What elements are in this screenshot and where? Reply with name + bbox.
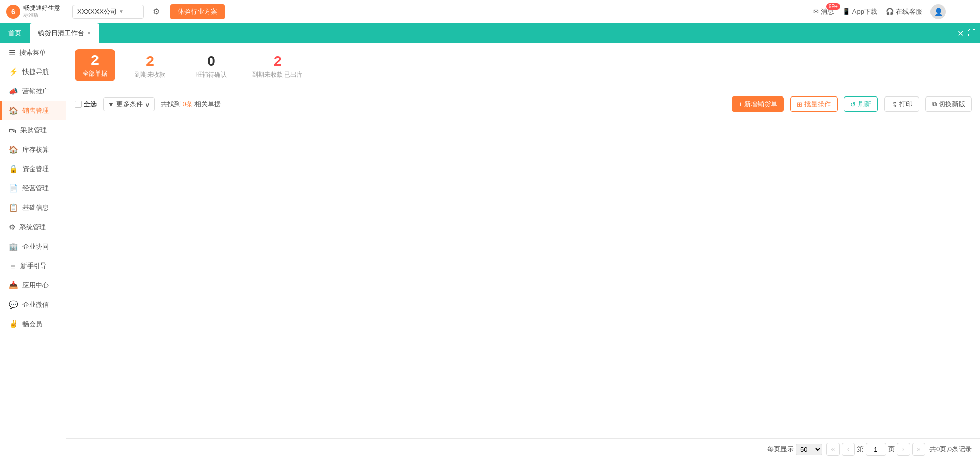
batch-op-button[interactable]: ⊞ 批量操作 — [790, 96, 838, 112]
sidebar-item-finance[interactable]: 🔒 资金管理 — [0, 159, 66, 179]
filter-label: 更多条件 — [116, 100, 143, 109]
online-service-label: 在线客服 — [896, 7, 922, 16]
result-prefix: 共找到 — [161, 100, 181, 108]
switch-version-button[interactable]: ⧉ 切换新版 — [925, 96, 972, 112]
select-all-label: 全选 — [84, 100, 97, 109]
tab-maximize-icon[interactable]: ⛶ — [968, 29, 976, 38]
download-icon: 📱 — [842, 8, 850, 15]
checkbox-icon — [75, 101, 82, 108]
summary-card-pending[interactable]: 0 旺辅待确认 — [181, 49, 242, 85]
sidebar-item-search-menu[interactable]: ☰ 搜索菜单 — [0, 43, 66, 62]
next-page-button[interactable]: › — [897, 443, 910, 456]
filter-button[interactable]: ▼ 更多条件 ∨ — [103, 97, 155, 111]
sidebar-item-enterprise[interactable]: 🏢 企业协同 — [0, 237, 66, 256]
purchase-icon: 🛍 — [9, 126, 16, 135]
page-input[interactable]: 1 — [866, 443, 886, 456]
toolbar-left: 全选 ▼ 更多条件 ∨ 共找到 0条 相关单据 — [75, 97, 726, 111]
sidebar-item-marketing[interactable]: 📣 营销推广 — [0, 82, 66, 101]
summary-card-all[interactable]: 2 全部单据 — [75, 49, 115, 85]
sidebar-item-system[interactable]: ⚙ 系统管理 — [0, 217, 66, 237]
sidebar-item-operations[interactable]: 📄 经营管理 — [0, 179, 66, 198]
inventory-icon: 🏠 — [9, 145, 18, 154]
first-page-button[interactable]: « — [826, 443, 840, 456]
inventory-label: 库存核算 — [22, 145, 49, 154]
tab-close-window-icon[interactable]: ✕ — [957, 29, 964, 38]
result-count: 0条 — [183, 100, 193, 108]
sidebar-item-purchase[interactable]: 🛍 采购管理 — [0, 120, 66, 140]
purchase-label: 采购管理 — [20, 126, 47, 135]
print-button[interactable]: 🖨 打印 — [884, 96, 919, 112]
tab-home-label: 首页 — [8, 29, 21, 38]
basic-info-icon: 📋 — [9, 203, 18, 212]
sidebar-item-basic-info[interactable]: 📋 基础信息 — [0, 198, 66, 217]
last-page-button[interactable]: » — [912, 443, 925, 456]
message-icon: ✉ — [813, 8, 819, 15]
trial-button[interactable]: 体验行业方案 — [170, 4, 225, 19]
operations-icon: 📄 — [9, 184, 18, 193]
finance-icon: 🔒 — [9, 164, 18, 174]
logo-area: 6 畅捷通好生意 标准版 — [6, 4, 72, 19]
refresh-button[interactable]: ↺ 刷新 — [844, 96, 878, 112]
page-label: 第 — [857, 445, 864, 454]
result-suffix: 相关单据 — [194, 100, 221, 108]
company-selector[interactable]: XXXXXX公司 ▼ — [72, 5, 144, 19]
header-right: ✉ 消息 99+ 📱 App下载 🎧 在线客服 👤 ——— — [813, 4, 974, 19]
select-all-checkbox[interactable]: 全选 — [75, 100, 97, 109]
sidebar-item-inventory[interactable]: 🏠 库存核算 — [0, 140, 66, 159]
summary-card-overdue-shipped[interactable]: 2 到期未收款 已出库 — [242, 49, 313, 85]
sidebar-item-member[interactable]: ✌ 畅会员 — [0, 314, 66, 334]
per-page-dropdown[interactable]: 50 100 200 — [796, 444, 822, 455]
all-orders-count: 2 — [91, 52, 99, 68]
operations-label: 经营管理 — [22, 184, 49, 193]
tab-home[interactable]: 首页 — [0, 23, 30, 43]
page-total: 共0页,0条记录 — [929, 445, 972, 454]
sidebar-item-guide[interactable]: 🖥 新手引导 — [0, 256, 66, 276]
app-center-label: 应用中心 — [22, 281, 49, 290]
tab-close-icon[interactable]: × — [87, 30, 91, 37]
tab-qianhuorichin[interactable]: 钱货日清工作台 × — [30, 23, 99, 43]
member-label: 畅会员 — [22, 320, 42, 329]
message-action[interactable]: ✉ 消息 99+ — [813, 7, 834, 16]
summary-cards: 2 全部单据 2 到期未收款 0 旺辅待确认 2 到期未收款 已出库 — [66, 43, 980, 91]
batch-icon: ⊞ — [797, 101, 802, 108]
per-page-label: 每页显示 — [767, 445, 794, 454]
basic-info-label: 基础信息 — [22, 203, 49, 212]
filter-icon: ▼ — [108, 101, 114, 108]
result-text: 共找到 0条 相关单据 — [161, 100, 221, 109]
summary-card-overdue[interactable]: 2 到期未收款 — [119, 49, 181, 85]
online-service-action[interactable]: 🎧 在线客服 — [886, 7, 922, 16]
filter-chevron: ∨ — [145, 101, 150, 108]
refresh-label: 刷新 — [858, 100, 871, 109]
settings-button[interactable]: ⚙ — [148, 4, 164, 20]
sidebar-item-sales[interactable]: 🏠 销售管理 — [0, 101, 66, 120]
sidebar-item-app-center[interactable]: 📥 应用中心 — [0, 276, 66, 295]
table-area — [66, 117, 980, 438]
avatar-name: ——— — [954, 8, 974, 15]
enterprise-icon: 🏢 — [9, 242, 18, 251]
top-header: 6 畅捷通好生意 标准版 XXXXXX公司 ▼ ⚙ 体验行业方案 ✉ 消息 99… — [0, 0, 980, 23]
finance-label: 资金管理 — [22, 164, 49, 174]
system-icon: ⚙ — [9, 223, 15, 232]
toolbar: 全选 ▼ 更多条件 ∨ 共找到 0条 相关单据 + 新增销货单 ⊞ 批量操作 — [66, 91, 980, 117]
overdue-shipped-label: 到期未收款 已出库 — [252, 70, 303, 79]
app-center-icon: 📥 — [9, 281, 18, 290]
tab-active-label: 钱货日清工作台 — [38, 29, 84, 38]
app-download-action[interactable]: 📱 App下载 — [842, 7, 877, 16]
message-badge: 99+ — [826, 3, 840, 10]
sidebar-item-quick-nav[interactable]: ⚡ 快捷导航 — [0, 62, 66, 82]
prev-page-button[interactable]: ‹ — [842, 443, 855, 456]
app-download-label: App下载 — [852, 7, 877, 16]
overdue-label: 到期未收款 — [135, 70, 165, 79]
avatar[interactable]: 👤 — [930, 4, 946, 19]
chevron-down-icon: ▼ — [119, 9, 124, 14]
search-menu-icon: ☰ — [9, 48, 15, 57]
batch-label: 批量操作 — [804, 100, 831, 109]
tab-bar-actions: ✕ ⛶ — [957, 29, 980, 38]
overdue-shipped-count: 2 — [274, 53, 282, 69]
pending-label: 旺辅待确认 — [196, 70, 227, 79]
pending-count: 0 — [207, 53, 215, 69]
new-sale-button[interactable]: + 新增销货单 — [732, 96, 784, 112]
sidebar-item-wechat[interactable]: 💬 企业微信 — [0, 295, 66, 314]
all-orders-label: 全部单据 — [83, 69, 107, 78]
content-area: 2 全部单据 2 到期未收款 0 旺辅待确认 2 到期未收款 已出库 — [66, 43, 980, 460]
